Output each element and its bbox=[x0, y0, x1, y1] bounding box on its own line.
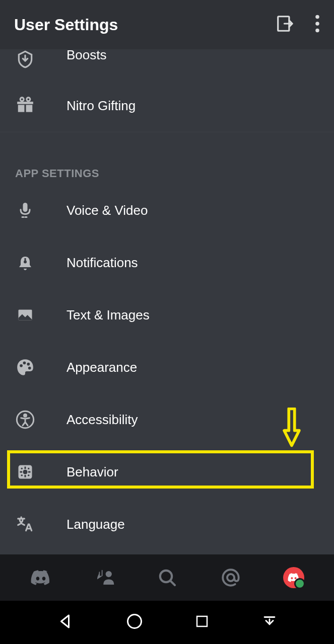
settings-item-behavior[interactable]: Behavior bbox=[0, 446, 334, 498]
svg-point-20 bbox=[23, 470, 28, 474]
boost-icon bbox=[15, 49, 35, 69]
settings-item-appearance[interactable]: Appearance bbox=[0, 341, 334, 393]
user-avatar[interactable] bbox=[283, 567, 304, 588]
svg-rect-11 bbox=[25, 258, 26, 261]
mic-icon bbox=[15, 200, 35, 220]
svg-rect-9 bbox=[23, 203, 28, 212]
settings-item-label: Behavior bbox=[66, 464, 118, 480]
svg-point-7 bbox=[20, 98, 24, 101]
section-header-app-settings: APP SETTINGS bbox=[0, 150, 334, 184]
svg-point-31 bbox=[227, 574, 234, 581]
gift-icon bbox=[15, 96, 35, 116]
svg-point-3 bbox=[315, 29, 319, 33]
settings-item-label: Accessibility bbox=[66, 412, 138, 428]
svg-point-2 bbox=[315, 22, 319, 26]
friends-icon[interactable] bbox=[93, 567, 115, 589]
settings-item-label: Notifications bbox=[66, 255, 138, 271]
settings-item-notifications[interactable]: Notifications bbox=[0, 236, 334, 289]
svg-point-29 bbox=[105, 571, 111, 577]
svg-point-16 bbox=[28, 367, 31, 370]
header-actions bbox=[276, 14, 320, 35]
nav-back-icon[interactable] bbox=[56, 612, 74, 632]
settings-item-nitro-gifting[interactable]: Nitro Gifting bbox=[0, 79, 334, 132]
translate-icon bbox=[15, 514, 35, 534]
svg-rect-5 bbox=[26, 105, 33, 112]
settings-item-boosts[interactable]: Boosts bbox=[0, 49, 334, 79]
section-divider bbox=[0, 132, 334, 150]
settings-item-label: Appearance bbox=[66, 360, 137, 375]
settings-item-text-images[interactable]: Text & Images bbox=[0, 289, 334, 341]
settings-item-label: Voice & Video bbox=[66, 203, 148, 218]
svg-rect-6 bbox=[17, 102, 33, 104]
nav-recent-icon[interactable] bbox=[194, 614, 210, 631]
svg-rect-22 bbox=[25, 475, 26, 477]
settings-item-label: Nitro Gifting bbox=[66, 98, 136, 114]
header-bar: User Settings bbox=[0, 0, 334, 49]
svg-rect-21 bbox=[25, 467, 26, 469]
nav-dropdown-icon[interactable] bbox=[261, 613, 278, 632]
settings-list: Boosts Nitro Gifting APP SETTINGS Voice … bbox=[0, 49, 334, 554]
settings-item-label: Language bbox=[66, 517, 125, 532]
page-title: User Settings bbox=[14, 16, 118, 34]
nav-home-icon[interactable] bbox=[125, 612, 144, 632]
svg-rect-33 bbox=[197, 616, 207, 626]
svg-rect-24 bbox=[28, 471, 31, 473]
settings-item-label: Boosts bbox=[66, 49, 107, 63]
exit-icon[interactable] bbox=[276, 14, 295, 35]
gear-icon bbox=[15, 462, 35, 482]
bell-icon bbox=[15, 253, 35, 273]
more-icon[interactable] bbox=[315, 15, 320, 35]
accessibility-icon bbox=[15, 410, 35, 430]
settings-item-label: Text & Images bbox=[66, 307, 150, 323]
palette-icon bbox=[15, 357, 35, 377]
search-icon[interactable] bbox=[156, 567, 178, 589]
svg-point-1 bbox=[315, 15, 319, 19]
svg-point-18 bbox=[24, 414, 27, 417]
discord-logo-icon[interactable] bbox=[30, 567, 52, 589]
settings-item-accessibility[interactable]: Accessibility bbox=[0, 393, 334, 446]
settings-item-voice-video[interactable]: Voice & Video bbox=[0, 184, 334, 236]
svg-point-8 bbox=[27, 98, 30, 101]
mentions-icon[interactable] bbox=[220, 567, 242, 589]
svg-rect-23 bbox=[20, 471, 23, 473]
svg-rect-4 bbox=[18, 105, 25, 112]
svg-point-13 bbox=[20, 364, 23, 367]
svg-point-14 bbox=[23, 361, 26, 364]
settings-item-language[interactable]: Language bbox=[0, 498, 334, 550]
system-nav-bar bbox=[0, 601, 334, 644]
svg-point-15 bbox=[27, 363, 30, 366]
svg-rect-26 bbox=[28, 468, 29, 469]
image-icon bbox=[15, 305, 35, 325]
svg-point-32 bbox=[127, 615, 141, 628]
app-tab-bar bbox=[0, 554, 334, 601]
